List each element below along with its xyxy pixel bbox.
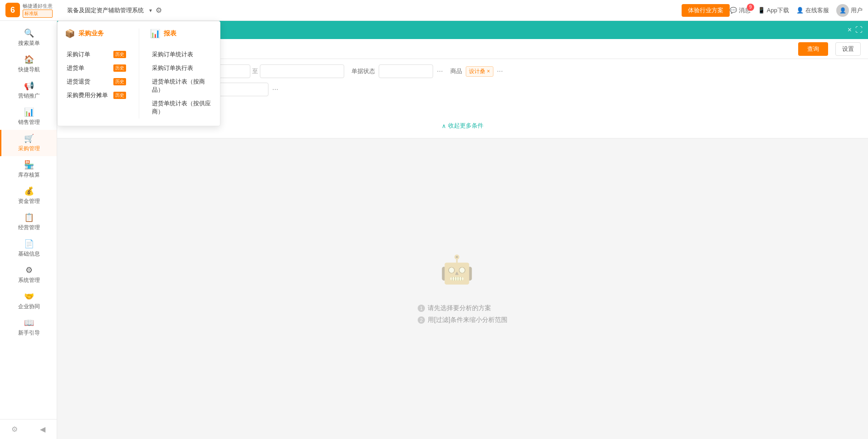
purchase-dropdown-menu: 📦 采购业务 采购订单 历史 进货单 历史 进货退货 历史 采购费用分摊单 历史 — [57, 21, 220, 126]
sidebar-item-sales[interactable]: 📊 销售管理 — [0, 104, 57, 130]
app-container: 6 畅捷通好生意 标准版 装备及固定资产辅助管理系统 ▾ ⚙ 体验行业方案 💬 … — [0, 0, 868, 439]
dropdown-item-goods-return[interactable]: 进货退货 历史 — [65, 75, 128, 89]
logo-icon: 6 — [5, 3, 20, 17]
filter-goods: 商品 设计桑 × ··· — [450, 66, 503, 77]
filter-voucher-status: 单据状态 ··· — [351, 64, 443, 78]
footer-collapse-icon[interactable]: ◀ — [40, 425, 45, 434]
logo-area: 6 畅捷通好生意 标准版 — [5, 3, 63, 17]
query-btn[interactable]: 查询 — [798, 42, 828, 56]
sidebar: 🔍 搜索菜单 🏠 快捷导航 📢 营销推广 📊 销售管理 🛒 采购管 — [0, 21, 57, 439]
collapse-icon: ∧ — [442, 123, 446, 129]
purchase-order-hist: 历史 — [113, 51, 126, 58]
date-to-input[interactable] — [260, 64, 344, 78]
goods-more[interactable]: ··· — [497, 67, 503, 75]
collapse-label: 收起更多条件 — [448, 122, 483, 130]
sidebar-footer: ⚙ ◀ — [0, 419, 57, 439]
doc-icon: 📄 — [24, 239, 34, 249]
sidebar-item-finance-label: 资金管理 — [18, 197, 40, 205]
app-download-label: App下载 — [767, 6, 789, 15]
goods-tag-text: 设计桑 — [469, 68, 485, 75]
sidebar-item-inventory[interactable]: 🏪 库存核算 — [0, 156, 57, 183]
dropdown-item-purchase-expense[interactable]: 采购费用分摊单 历史 — [65, 89, 128, 102]
sidebar-item-purchase[interactable]: 🛒 采购管理 — [0, 130, 57, 156]
empty-image: 🤖 — [440, 253, 485, 299]
dropdown-item-purchase-order-stat[interactable]: 采购订单统计表 — [150, 48, 213, 61]
system-name-text: 装备及固定资产辅助管理系统 — [67, 6, 144, 15]
dropdown-col-business-label: 采购业务 — [78, 30, 104, 38]
tab-close-window-icon[interactable]: × — [848, 26, 852, 34]
sidebar-item-marketing[interactable]: 📢 营销推广 — [0, 77, 57, 104]
empty-hint-1: 1 请先选择要分析的方案 — [418, 304, 507, 312]
date-separator: 至 — [252, 67, 258, 75]
sidebar-item-collab-label: 企业协同 — [18, 303, 40, 311]
clipboard-icon: 📋 — [24, 212, 34, 222]
service-icon: 👤 — [796, 7, 804, 14]
online-service-action[interactable]: 👤 在线客服 — [796, 6, 829, 15]
dropdown-col-business: 📦 采购业务 采购订单 历史 进货单 历史 进货退货 历史 采购费用分摊单 历史 — [65, 29, 128, 118]
voucher-status-more[interactable]: ··· — [437, 67, 443, 75]
empty-hint-2: 2 用[过滤]条件来缩小分析范围 — [418, 316, 507, 324]
salesman-more[interactable]: ··· — [272, 85, 278, 94]
search-icon: 🔍 — [24, 28, 34, 38]
collapse-btn[interactable]: ∧ 收起更多条件 — [442, 122, 483, 130]
content-empty: 🤖 1 请先选择要分析的方案 2 用[过滤]条件来缩小分析范围 — [57, 138, 868, 439]
goods-in-stat-product-label: 进货单统计表（按商品） — [152, 78, 211, 94]
goods-return-label: 进货退货 — [67, 78, 90, 86]
dropdown-item-purchase-order[interactable]: 采购订单 历史 — [65, 48, 128, 61]
system-settings-icon[interactable]: ⚙ — [156, 6, 162, 15]
message-badge: 9 — [747, 4, 754, 11]
settings-icon: ⚙ — [25, 265, 33, 275]
tab-fullscreen-icon[interactable]: ⛶ — [855, 26, 863, 34]
sidebar-item-marketing-label: 营销推广 — [18, 92, 40, 100]
online-service-label: 在线客服 — [805, 6, 829, 15]
logo-name: 畅捷通好生意 — [23, 3, 53, 9]
purchase-order-label: 采购订单 — [67, 50, 90, 59]
top-bar: 6 畅捷通好生意 标准版 装备及固定资产辅助管理系统 ▾ ⚙ 体验行业方案 💬 … — [0, 0, 868, 21]
trial-btn[interactable]: 体验行业方案 — [682, 4, 730, 17]
dropdown-item-goods-in-stat-supplier[interactable]: 进货单统计表（按供应商） — [150, 97, 213, 118]
phone-icon: 📱 — [758, 7, 765, 14]
tab-actions: × ⛶ — [842, 26, 868, 34]
sidebar-item-search[interactable]: 🔍 搜索菜单 — [0, 25, 57, 51]
goods-in-stat-supplier-label: 进货单统计表（按供应商） — [152, 99, 211, 116]
purchase-biz-icon: 📦 — [65, 29, 75, 39]
user-label: 用户 — [851, 6, 863, 15]
sidebar-item-nav[interactable]: 🏠 快捷导航 — [0, 51, 57, 77]
purchase-order-exec-label: 采购订单执行表 — [152, 64, 193, 72]
goods-tag-close-icon[interactable]: × — [487, 68, 490, 74]
purchase-expense-hist: 历史 — [113, 92, 126, 99]
sidebar-item-finance[interactable]: 💰 资金管理 — [0, 183, 57, 209]
system-name-dropdown-icon[interactable]: ▾ — [149, 7, 152, 14]
dropdown-item-goods-in-stat-product[interactable]: 进货单统计表（按商品） — [150, 75, 213, 97]
dropdown-col-report: 📊 报表 采购订单统计表 采购订单执行表 进货单统计表（按商品） 进货单统计表（… — [150, 29, 213, 118]
purchase-order-stat-label: 采购订单统计表 — [152, 50, 193, 59]
megaphone-icon: 📢 — [24, 81, 34, 91]
sidebar-item-system[interactable]: ⚙ 系统管理 — [0, 261, 57, 288]
sidebar-item-operations[interactable]: 📋 经营管理 — [0, 209, 57, 235]
footer-settings-icon[interactable]: ⚙ — [11, 425, 18, 434]
sidebar-item-collab[interactable]: 🤝 企业协同 — [0, 288, 57, 314]
message-action[interactable]: 💬 消息 9 — [730, 6, 751, 15]
dropdown-item-goods-in[interactable]: 进货单 历史 — [65, 61, 128, 75]
dropdown-item-purchase-order-exec[interactable]: 采购订单执行表 — [150, 61, 213, 75]
app-download-action[interactable]: 📱 App下载 — [758, 6, 789, 15]
hint-1-num: 1 — [418, 305, 425, 312]
handshake-icon: 🤝 — [24, 291, 34, 301]
sidebar-item-basic-info-label: 基础信息 — [18, 250, 40, 258]
sidebar-item-guide[interactable]: 📖 新手引导 — [0, 314, 57, 340]
goods-return-hist: 历史 — [113, 78, 126, 85]
sidebar-item-basic-info[interactable]: 📄 基础信息 — [0, 235, 57, 261]
setting-btn[interactable]: 设置 — [835, 42, 861, 56]
sidebar-item-operations-label: 经营管理 — [18, 224, 40, 232]
sidebar-item-guide-label: 新手引导 — [18, 329, 40, 337]
money-icon: 💰 — [24, 186, 34, 196]
sidebar-item-search-label: 搜索菜单 — [18, 39, 40, 47]
top-right-actions: 💬 消息 9 📱 App下载 👤 在线客服 👤 用户 — [730, 4, 863, 17]
sidebar-item-inventory-label: 库存核算 — [18, 171, 40, 179]
empty-hints: 1 请先选择要分析的方案 2 用[过滤]条件来缩小分析范围 — [418, 304, 507, 324]
user-action[interactable]: 👤 用户 — [836, 4, 863, 17]
goods-in-hist: 历史 — [113, 64, 126, 72]
voucher-status-select[interactable] — [379, 64, 433, 78]
dropdown-col-business-title: 📦 采购业务 — [65, 29, 128, 42]
hint-2-text: 用[过滤]条件来缩小分析范围 — [428, 316, 507, 324]
